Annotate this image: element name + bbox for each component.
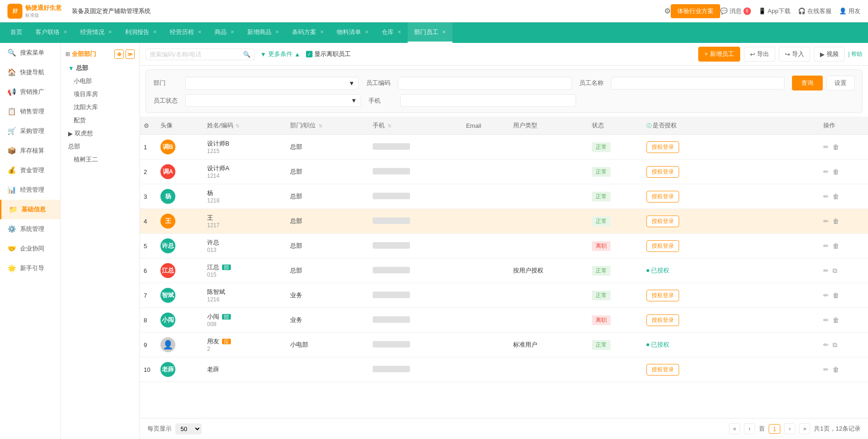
- delete-icon[interactable]: 🗑: [833, 366, 839, 373]
- tab-warehouse[interactable]: 仓库 ✕: [375, 22, 408, 43]
- tab-department[interactable]: 部门员工 ✕: [408, 22, 452, 43]
- col-name[interactable]: 姓名/编码 ⇅: [203, 117, 286, 135]
- prev-page-button[interactable]: ‹: [744, 423, 755, 434]
- tree-node-project[interactable]: 项目库房: [61, 88, 139, 101]
- auth-login-button[interactable]: 授权登录: [646, 141, 679, 153]
- auth-login-button[interactable]: 授权登录: [646, 314, 679, 326]
- next-page-button[interactable]: ›: [784, 423, 795, 434]
- auth-login-button[interactable]: 授权登录: [646, 216, 679, 227]
- sidebar-item-purchase[interactable]: 🛒 采购管理: [0, 121, 60, 141]
- tree-node-shenyang[interactable]: 沈阳大库: [61, 101, 139, 114]
- more-filter-button[interactable]: ▼ 更多条件 ▲: [260, 50, 300, 58]
- sidebar-item-management[interactable]: 📊 经营管理: [0, 180, 60, 200]
- video-button[interactable]: ▶ 视频: [814, 47, 845, 62]
- auth-login-button[interactable]: 授权登录: [646, 240, 679, 252]
- col-dept[interactable]: 部门/职位 ⇅: [286, 117, 369, 135]
- delete-icon[interactable]: 🗑: [833, 143, 839, 151]
- trial-button[interactable]: 体验行业方案: [671, 4, 720, 18]
- user-menu-button[interactable]: 👤 用友: [839, 7, 861, 15]
- tree-node-small-elec[interactable]: 小电部: [61, 75, 139, 88]
- app-download-button[interactable]: 📱 App下载: [758, 7, 791, 15]
- tab-journey[interactable]: 经营历程 ✕: [163, 22, 208, 43]
- import-button[interactable]: ↪ 导入: [779, 47, 810, 62]
- close-icon[interactable]: ✕: [320, 29, 324, 35]
- delete-icon[interactable]: 🗑: [833, 292, 839, 299]
- show-resign-wrap[interactable]: ✓ 显示离职员工: [306, 50, 351, 58]
- tab-goods[interactable]: 商品 ✕: [208, 22, 241, 43]
- add-employee-button[interactable]: + 新增员工: [698, 47, 740, 62]
- sidebar-item-search[interactable]: 🔍 搜索菜单: [0, 43, 60, 63]
- close-icon[interactable]: ✕: [275, 29, 279, 35]
- search-submit-icon[interactable]: 🔍: [243, 51, 250, 58]
- close-icon[interactable]: ✕: [442, 29, 446, 35]
- tree-node-zhishu[interactable]: 植树王二: [61, 153, 139, 166]
- tree-collapse-btn[interactable]: ≫: [125, 49, 135, 59]
- tree-node-head-dept[interactable]: ▼ 总部: [61, 62, 139, 75]
- tree-icon-btn[interactable]: ⊕: [114, 49, 124, 59]
- edit-icon[interactable]: ✏: [823, 193, 829, 200]
- edit-icon[interactable]: ✏: [823, 341, 829, 348]
- close-icon[interactable]: ✕: [153, 29, 157, 35]
- first-page-button[interactable]: «: [729, 423, 740, 434]
- message-button[interactable]: 💬 消息 6: [720, 7, 751, 15]
- sidebar-item-collab[interactable]: 🤝 企业协同: [0, 239, 60, 258]
- show-resign-checkbox[interactable]: ✓: [306, 51, 312, 57]
- tab-barcode[interactable]: 条码方案 ✕: [285, 22, 330, 43]
- dept-select[interactable]: ▼: [185, 77, 359, 90]
- sidebar-item-marketing[interactable]: 📢 营销推广: [0, 82, 60, 102]
- sidebar-item-sales[interactable]: 📋 销售管理: [0, 102, 60, 121]
- auth-login-button[interactable]: 授权登录: [646, 166, 679, 178]
- tab-bom[interactable]: 物料清单 ✕: [330, 22, 375, 43]
- delete-icon[interactable]: 🗑: [833, 217, 839, 225]
- tree-node-distribution[interactable]: 配货: [61, 114, 139, 127]
- emp-status-select[interactable]: ▼: [185, 94, 361, 107]
- close-icon[interactable]: ✕: [63, 29, 67, 35]
- online-service-button[interactable]: 🎧 在线客服: [798, 7, 832, 15]
- emp-code-input[interactable]: [398, 77, 571, 90]
- sidebar-item-system[interactable]: ⚙️ 系统管理: [0, 219, 60, 239]
- edit-icon[interactable]: ✏: [823, 143, 829, 151]
- query-button[interactable]: 查询: [792, 76, 823, 91]
- edit-icon[interactable]: ✏: [823, 267, 829, 274]
- edit-icon[interactable]: ✏: [823, 316, 829, 324]
- delete-icon[interactable]: 🗑: [833, 242, 839, 250]
- copy-icon[interactable]: ⧉: [833, 267, 837, 275]
- page-size-select[interactable]: 50 100: [175, 424, 201, 434]
- delete-icon[interactable]: 🗑: [833, 168, 839, 175]
- set-button[interactable]: 设置: [826, 76, 854, 91]
- emp-name-input[interactable]: [611, 77, 785, 90]
- last-page-button[interactable]: »: [799, 423, 810, 434]
- delete-icon[interactable]: 🗑: [833, 193, 839, 200]
- auth-login-button[interactable]: 授权登录: [646, 191, 679, 202]
- tab-customer[interactable]: 客户联络 ✕: [29, 22, 74, 43]
- tree-node-head-dept2[interactable]: 总部: [61, 140, 139, 153]
- page-number[interactable]: 1: [769, 424, 780, 434]
- col-phone[interactable]: 手机 ⇅: [369, 117, 462, 135]
- edit-icon[interactable]: ✏: [823, 292, 829, 299]
- edit-icon[interactable]: ✏: [823, 242, 829, 250]
- tab-profit[interactable]: 利润报告 ✕: [118, 22, 163, 43]
- tree-node-shuanghu[interactable]: ▶ 双虎想: [61, 127, 139, 140]
- close-icon[interactable]: ✕: [365, 29, 368, 35]
- sidebar-item-basic[interactable]: 📁 基础信息: [0, 200, 60, 219]
- tab-add-goods[interactable]: 新增商品 ✕: [241, 22, 285, 43]
- sidebar-item-nav[interactable]: 🏠 快捷导航: [0, 63, 60, 82]
- search-input[interactable]: [150, 51, 243, 58]
- close-icon[interactable]: ✕: [230, 29, 234, 35]
- export-button[interactable]: ↩ 导出: [744, 47, 775, 62]
- edit-icon[interactable]: ✏: [823, 366, 829, 373]
- tab-home[interactable]: 首页: [4, 22, 29, 43]
- settings-button[interactable]: ⚙: [664, 7, 671, 15]
- close-icon[interactable]: ✕: [198, 29, 201, 35]
- col-settings[interactable]: ⚙: [140, 117, 157, 135]
- close-icon[interactable]: ✕: [397, 29, 401, 35]
- auth-login-button[interactable]: 授权登录: [646, 364, 679, 376]
- sidebar-item-inventory[interactable]: 📦 库存核算: [0, 141, 60, 160]
- sidebar-item-finance[interactable]: 💰 资金管理: [0, 160, 60, 180]
- phone-input[interactable]: [400, 94, 576, 107]
- auth-login-button[interactable]: 授权登录: [646, 290, 679, 301]
- edit-icon[interactable]: ✏: [823, 168, 829, 175]
- close-icon[interactable]: ✕: [108, 29, 112, 35]
- tab-operation[interactable]: 经营情况 ✕: [74, 22, 118, 43]
- sidebar-item-guide[interactable]: 🌟 新手引导: [0, 258, 60, 278]
